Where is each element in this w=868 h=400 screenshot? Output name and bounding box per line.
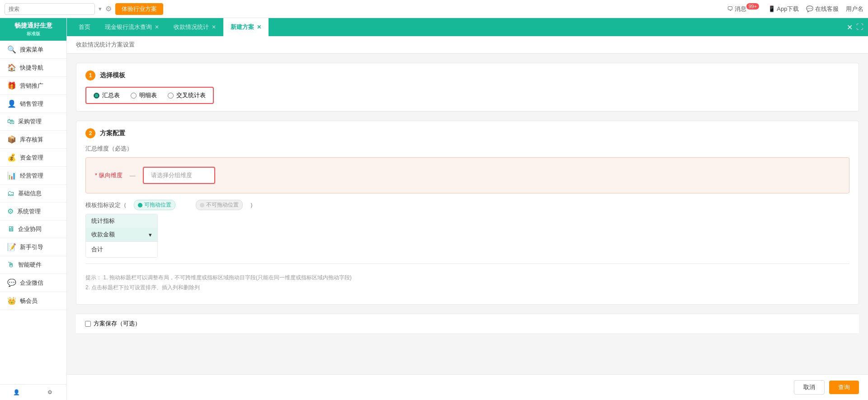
footer-actions: 取消 查询 (67, 374, 868, 400)
online-service[interactable]: 💬 在线客服 (806, 5, 839, 13)
sidebar-item-label: 新手引导 (20, 243, 43, 251)
sidebar-item-enterprise[interactable]: 🖥 企业协同 (0, 221, 66, 238)
dimension-config-label: 汇总维度（必选） (85, 145, 849, 153)
radio-summary-label: 汇总表 (102, 91, 120, 99)
sidebar-item-operation[interactable]: 📊 经营管理 (0, 167, 66, 185)
tab-bar: 首页 现金银行流水查询 ✕ 收款情况统计 ✕ 新建方案 ✕ ✕ ⛶ (67, 18, 868, 36)
tab-close-all-icon[interactable]: ✕ (847, 23, 853, 32)
metrics-metric-row[interactable]: 收款金额 ▾ (86, 228, 157, 241)
sidebar-item-system[interactable]: ⚙ 系统管理 (0, 202, 66, 221)
main-container: 畅捷通好生意 标准版 🔍 搜索菜单 🏠 快捷导航 🎁 营销推广 👤 销售管理 (0, 18, 868, 400)
tab-new-plan-label: 新建方案 (231, 23, 254, 31)
search-menu-icon: 🔍 (7, 45, 16, 54)
tab-bank-flow-close[interactable]: ✕ (155, 24, 159, 30)
wechat-icon: 💬 (7, 278, 16, 287)
sidebar-footer-settings[interactable]: ⚙ (33, 385, 67, 400)
step1-section: 1 选择模板 汇总表 明细表 (76, 63, 859, 112)
app-download[interactable]: 📱 App下载 (768, 5, 799, 13)
metrics-header: 统计指标 (86, 214, 157, 228)
purchase-icon: 🛍 (7, 118, 14, 126)
save-checkbox[interactable] (85, 321, 91, 327)
sidebar-item-label: 企业微信 (20, 279, 43, 287)
sidebar-item-basic-info[interactable]: 🗂 基础信息 (0, 185, 66, 202)
sidebar-item-label: 库存核算 (20, 136, 43, 144)
cancel-button[interactable]: 取消 (794, 380, 825, 395)
marketing-icon: 🎁 (7, 81, 16, 90)
sidebar-item-label: 销售管理 (20, 100, 43, 108)
quick-nav-icon: 🏠 (7, 63, 16, 72)
metrics-label-sep (183, 201, 189, 209)
inventory-icon: 📦 (7, 135, 16, 144)
tab-home[interactable]: 首页 (71, 18, 98, 36)
sidebar-item-search-menu[interactable]: 🔍 搜索菜单 (0, 41, 66, 59)
sidebar-item-purchase[interactable]: 🛍 采购管理 (0, 113, 66, 131)
metrics-metric-name: 收款金额 (91, 231, 115, 239)
radio-summary-input[interactable] (94, 93, 99, 99)
sidebar-footer-user[interactable]: 👤 (0, 385, 33, 400)
sidebar-item-label: 系统管理 (17, 207, 41, 216)
system-icon: ⚙ (7, 207, 14, 216)
topbar-gear-icon[interactable]: ⚙ (105, 5, 112, 13)
radio-cross-label: 交叉统计表 (176, 91, 206, 99)
step2-number: 2 (85, 128, 95, 138)
metrics-category-label: 统计指标 (91, 217, 115, 225)
topbar-search[interactable] (5, 3, 95, 15)
radio-group-template: 汇总表 明细表 交叉统计表 (94, 91, 206, 99)
tab-bank-flow[interactable]: 现金银行流水查询 ✕ (98, 18, 166, 36)
sidebar-item-finance[interactable]: 💰 资金管理 (0, 149, 66, 167)
radio-cross-input[interactable] (168, 93, 174, 99)
dimension-select[interactable]: 请选择分组维度 (143, 167, 215, 184)
logo-sub: 标准版 (27, 31, 40, 37)
tab-actions: ✕ ⛶ (847, 23, 863, 32)
sidebar-item-hardware[interactable]: 🖱 智能硬件 (0, 256, 66, 274)
sidebar-item-label: 智能硬件 (18, 261, 42, 269)
tab-receipt-stats[interactable]: 收款情况统计 ✕ (166, 18, 223, 36)
radio-detail-label: 明细表 (139, 91, 157, 99)
sidebar-item-label: 营销推广 (20, 82, 43, 90)
page-content: 收款情况统计方案设置 1 选择模板 汇总表 (67, 36, 868, 374)
radio-summary[interactable]: 汇总表 (94, 91, 120, 99)
sidebar-item-label: 资金管理 (20, 154, 43, 162)
dimension-row: * 纵向维度 — 请选择分组维度 (95, 167, 840, 184)
content-area: 首页 现金银行流水查询 ✕ 收款情况统计 ✕ 新建方案 ✕ ✕ ⛶ 收 (67, 18, 868, 400)
sidebar-item-guide[interactable]: 📝 新手引导 (0, 238, 66, 256)
sidebar-item-quick-nav[interactable]: 🏠 快捷导航 (0, 59, 66, 77)
tab-new-plan-close[interactable]: ✕ (257, 24, 261, 30)
breadcrumb-text: 收款情况统计方案设置 (76, 41, 135, 48)
metrics-dropdown-icon[interactable]: ▾ (149, 231, 152, 238)
radio-detail[interactable]: 明细表 (131, 91, 157, 99)
non-draggable-dot (200, 203, 204, 207)
tab-bank-flow-label: 现金银行流水查询 (105, 23, 152, 31)
hardware-icon: 🖱 (7, 261, 14, 269)
industry-btn[interactable]: 体验行业方案 (115, 3, 163, 15)
sidebar-item-inventory[interactable]: 📦 库存核算 (0, 131, 66, 149)
radio-detail-input[interactable] (131, 93, 137, 99)
sidebar-item-wechat[interactable]: 💬 企业微信 (0, 274, 66, 292)
user-info: 用户名 (846, 5, 863, 13)
sidebar-item-member[interactable]: 👑 畅会员 (0, 292, 66, 310)
sidebar-item-sales[interactable]: 👤 销售管理 (0, 95, 66, 113)
tab-expand-icon[interactable]: ⛶ (856, 23, 863, 31)
notification-area[interactable]: 🗨 消息 99+ (727, 5, 761, 13)
radio-cross[interactable]: 交叉统计表 (168, 91, 206, 99)
save-checkbox-area: 方案保存（可选） (85, 320, 850, 328)
metrics-table: 统计指标 收款金额 ▾ 合计 (85, 214, 158, 258)
step1-title: 选择模板 (100, 71, 125, 80)
logo-name: 畅捷通好生意 (14, 22, 52, 30)
topbar-chevron-icon[interactable]: ▾ (99, 5, 102, 12)
save-label: 方案保存（可选） (94, 320, 141, 328)
tab-new-plan[interactable]: 新建方案 ✕ (223, 18, 269, 36)
tab-receipt-stats-close[interactable]: ✕ (212, 24, 216, 30)
metrics-label-end: ） (250, 201, 256, 209)
tips-section: 提示： 1. 拖动标题栏可以调整布局，不可跨维度或指标区域拖动目字段(只能在同一… (85, 268, 849, 297)
metrics-summary-label: 合计 (91, 246, 103, 253)
sidebar-items: 🔍 搜索菜单 🏠 快捷导航 🎁 营销推广 👤 销售管理 🛍 采购管理 📦 (0, 41, 66, 384)
vertical-dimension-label: * 纵向维度 (95, 171, 123, 179)
notification-badge: 99+ (746, 3, 760, 9)
sidebar-item-marketing[interactable]: 🎁 营销推广 (0, 77, 66, 95)
tip-item-1: 1. 拖动标题栏可以调整布局，不可跨维度或指标区域拖动目字段(只能在同一维度或指… (103, 274, 351, 281)
message-icon: 🗨 (727, 5, 733, 12)
query-button[interactable]: 查询 (829, 381, 859, 394)
metrics-label: 模板指标设定（ (85, 201, 127, 209)
member-icon: 👑 (7, 296, 16, 305)
